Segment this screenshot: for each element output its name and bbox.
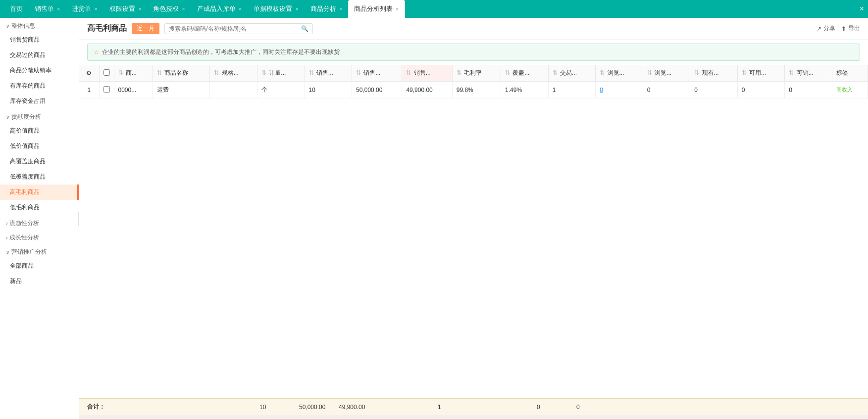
cell-browse1[interactable]: 0 [596, 82, 643, 98]
close-product-instock[interactable]: × [239, 6, 242, 12]
content-header: 高毛利商品 近一月 🔍 ↗ 分享 ⬆ 导出 [79, 18, 868, 40]
nav-product-instock[interactable]: 产成品入库单 × [191, 0, 248, 18]
th-browse2: ⇅ 浏览... [643, 65, 690, 82]
cell-name: 运费 [153, 82, 210, 98]
sidebar-item-high-value[interactable]: 高价值商品 [0, 123, 79, 139]
cell-checkbox[interactable] [99, 82, 114, 98]
cell-sales-qty: 10 [305, 82, 352, 98]
close-sales-order[interactable]: × [57, 6, 60, 12]
sidebar-group-trend[interactable]: › 流趋性分析 [0, 215, 79, 230]
th-sales-qty: ⇅ 销售... [305, 65, 352, 82]
search-box[interactable]: 🔍 [164, 23, 313, 34]
cell-coverage: 1.49% [501, 82, 549, 98]
sort-icon-coverage[interactable]: ⇅ [505, 69, 510, 76]
footer-sales-cost-val: 49,900.00 [335, 404, 374, 411]
sidebar-group-overall-arrow: ∨ [6, 23, 9, 29]
sort-icon-name[interactable]: ⇅ [157, 69, 162, 76]
sidebar-item-sales-goods[interactable]: 销售货商品 [0, 32, 79, 47]
bottom-scrollbar[interactable] [79, 415, 868, 419]
sidebar-item-high-margin[interactable]: 高毛利商品 [0, 185, 79, 200]
sort-icon-browse1[interactable]: ⇅ [600, 69, 605, 76]
search-input[interactable] [169, 25, 301, 32]
select-all-checkbox[interactable] [103, 69, 110, 76]
nav-product-analysis[interactable]: 商品分析 × [305, 0, 348, 18]
sidebar-group-trend-arrow: › [6, 221, 7, 226]
footer-available-val: 0 [572, 404, 612, 411]
sidebar-group-contribution[interactable]: ∨ 贡献度分析 [0, 109, 79, 123]
sidebar-collapse-button[interactable]: « [78, 212, 79, 226]
close-template-settings[interactable]: × [295, 6, 298, 12]
nav-permission-settings[interactable]: 权限设置 × [103, 0, 147, 18]
sort-icon-transaction[interactable]: ⇅ [553, 69, 558, 76]
sidebar-item-low-margin[interactable]: 低毛利商品 [0, 200, 79, 215]
sidebar-item-high-coverage[interactable]: 高覆盖度商品 [0, 154, 79, 169]
sort-icon-browse2[interactable]: ⇅ [647, 69, 652, 76]
time-filter-button[interactable]: 近一月 [132, 23, 159, 34]
nav-role-auth[interactable]: 角色授权 × [147, 0, 191, 18]
th-code: ⇅ 商... [114, 65, 153, 82]
sort-icon-unit[interactable]: ⇅ [261, 69, 266, 76]
nav-home[interactable]: 首页 [4, 0, 29, 18]
sidebar-item-traded-goods[interactable]: 交易过的商品 [0, 47, 79, 63]
close-all-tabs[interactable]: × [860, 4, 864, 13]
footer-current-stock-val: 0 [533, 404, 572, 411]
sidebar-item-low-value[interactable]: 低价值商品 [0, 139, 79, 154]
share-button[interactable]: ↗ 分享 [817, 24, 835, 33]
sidebar-item-all-goods[interactable]: 全部商品 [0, 258, 79, 274]
cell-unit: 个 [257, 82, 305, 98]
sidebar-group-marketing[interactable]: ∨ 营销推广分析 [0, 244, 79, 258]
th-current-stock: ⇅ 现有... [690, 65, 738, 82]
sort-icon-sales-cost[interactable]: ⇅ [406, 69, 411, 76]
info-banner: ☆ 企业的主要的利润都是这部分商品创造的，可考虑加大推广，同时关注库存是不要出现… [87, 44, 860, 61]
close-product-analysis[interactable]: × [339, 6, 342, 12]
th-gross-rate: ⇅ 毛利率 [452, 65, 501, 82]
sidebar-item-stock-capital[interactable]: 库存资金占用 [0, 93, 79, 109]
close-product-analysis-list[interactable]: × [396, 6, 399, 12]
sort-icon-sales-amount[interactable]: ⇅ [356, 69, 361, 76]
sidebar-item-low-coverage[interactable]: 低覆盖度商品 [0, 169, 79, 185]
footer-label: 合计： [87, 403, 117, 411]
sort-icon-current-stock[interactable]: ⇅ [694, 69, 699, 76]
footer-total: 合计： 10 50,000.00 49,900.00 1 0 0 [79, 398, 868, 415]
sort-icon-spec[interactable]: ⇅ [214, 69, 219, 76]
sidebar-group-marketing-arrow: ∨ [6, 249, 9, 255]
settings-icon[interactable]: ⚙ [86, 70, 92, 77]
table-container[interactable]: ⚙ ⇅ 商... ⇅ 商品名称 [79, 65, 868, 398]
nav-template-settings[interactable]: 单据模板设置 × [248, 0, 304, 18]
table-row: 1 0000... 运费 个 10 50,000.00 49,900.00 99… [79, 82, 868, 98]
sidebar-item-in-stock-goods[interactable]: 有库存的商品 [0, 78, 79, 93]
top-navigation: 首页 销售单 × 进货单 × 权限设置 × 角色授权 × 产成品入库单 × 单据… [0, 0, 868, 18]
th-spec: ⇅ 规格... [210, 65, 257, 82]
sidebar-group-overall-info[interactable]: ∨ 整体信息 [0, 18, 79, 32]
footer-sales-amount-val: 50,000.00 [295, 404, 335, 411]
main-layout: « ∨ 整体信息 销售货商品 交易过的商品 商品分笔助销率 有库存的商品 库存资… [0, 18, 868, 419]
nav-purchase-order[interactable]: 进货单 × [66, 0, 103, 18]
nav-product-analysis-list[interactable]: 商品分析列表 × [348, 0, 405, 18]
sort-icon-sellable[interactable]: ⇅ [789, 69, 794, 76]
sidebar-group-growth[interactable]: › 成长性分析 [0, 230, 79, 244]
sidebar-item-new-goods[interactable]: 新品 [0, 274, 79, 289]
cell-tag: 高收入 [832, 82, 868, 98]
sort-icon-sales-qty[interactable]: ⇅ [309, 69, 314, 76]
sort-icon[interactable]: ⇅ [118, 69, 123, 76]
browse1-link[interactable]: 0 [600, 87, 603, 93]
close-role-auth[interactable]: × [182, 6, 185, 12]
footer-sales-qty [117, 404, 255, 411]
th-settings[interactable]: ⚙ [79, 65, 99, 82]
content-area: 高毛利商品 近一月 🔍 ↗ 分享 ⬆ 导出 ☆ 企业的主要的利润都是这部分商品创… [79, 18, 868, 419]
export-button[interactable]: ⬆ 导出 [841, 24, 860, 33]
sort-icon-gross-rate[interactable]: ⇅ [457, 69, 461, 76]
cell-transaction: 1 [548, 82, 596, 98]
cell-sellable: 0 [785, 82, 832, 98]
close-permission-settings[interactable]: × [138, 6, 141, 12]
row-checkbox[interactable] [103, 86, 110, 93]
sidebar-item-sales-rate[interactable]: 商品分笔助销率 [0, 63, 79, 78]
sort-icon-available[interactable]: ⇅ [742, 69, 747, 76]
th-checkbox[interactable] [99, 65, 114, 82]
tag-label: 高收入 [836, 87, 853, 93]
sidebar: « ∨ 整体信息 销售货商品 交易过的商品 商品分笔助销率 有库存的商品 库存资… [0, 18, 79, 419]
nav-sales-order[interactable]: 销售单 × [29, 0, 66, 18]
search-icon[interactable]: 🔍 [301, 25, 308, 32]
page-title: 高毛利商品 [87, 23, 127, 34]
close-purchase-order[interactable]: × [94, 6, 97, 12]
